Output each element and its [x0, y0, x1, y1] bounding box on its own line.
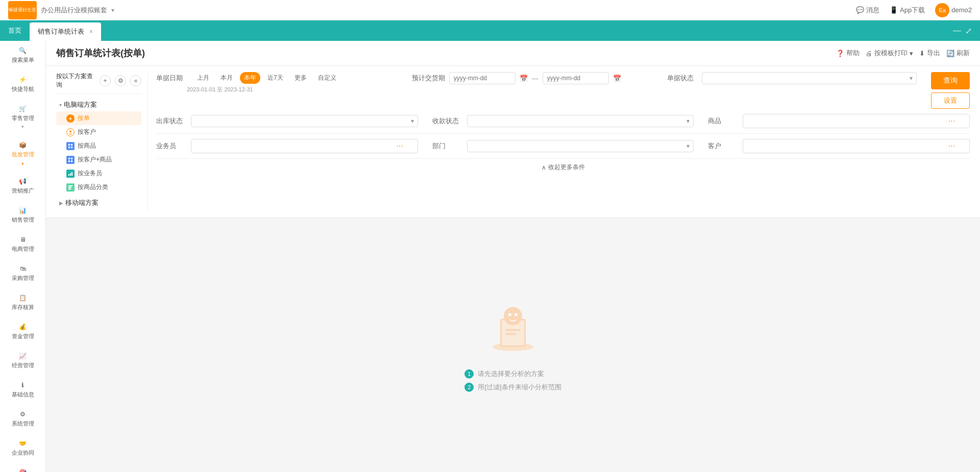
user-avatar[interactable]: Ea demo2 [935, 3, 972, 17]
customer-label: 客户 [708, 141, 739, 151]
nav-item-by-goods-category[interactable]: 按商品分类 [56, 180, 141, 194]
svg-rect-9 [68, 174, 69, 176]
tab-close-icon[interactable]: × [89, 28, 93, 35]
svg-rect-2 [71, 144, 72, 146]
sidebar-item-purchase[interactable]: 🛍 采购管理 [0, 259, 45, 288]
quick-nav-icon: ⚡ [19, 76, 27, 83]
desktop-section-header[interactable]: ▾ 电脑端方案 [56, 98, 141, 111]
refresh-button[interactable]: 🔄 刷新 [946, 49, 970, 58]
customer-dots-icon: ··· [948, 141, 955, 151]
status-select[interactable] [702, 72, 917, 84]
mobile-section-header[interactable]: ▶ 移动端方案 [56, 196, 141, 209]
sidebar-item-quicknav[interactable]: ⚡ 快捷导航 [0, 70, 45, 99]
date-btn-last-month[interactable]: 上月 [193, 72, 213, 84]
svg-rect-4 [71, 147, 72, 148]
date-btn-more[interactable]: 更多 [290, 72, 311, 84]
nav-item-by-customer[interactable]: 按客户 [56, 125, 141, 139]
print-button[interactable]: 🖨 按模板打印 ▾ [866, 49, 913, 58]
goods-input[interactable]: ··· [743, 114, 970, 128]
guide-icon: 🎯 [19, 469, 27, 472]
department-label: 部门 [432, 141, 463, 151]
department-select[interactable] [467, 140, 694, 152]
message-button[interactable]: 💬 消息 [856, 6, 879, 15]
svg-point-20 [514, 313, 518, 316]
date-btn-last-7days[interactable]: 近7天 [263, 72, 287, 84]
goods-label: 商品 [708, 116, 739, 126]
empty-illustration [482, 298, 544, 361]
date-btn-this-month[interactable]: 本月 [216, 72, 237, 84]
enterprise-icon: 🤝 [19, 440, 27, 447]
nav-collapse-button[interactable]: « [130, 75, 141, 86]
salesperson-input[interactable]: ··· [191, 139, 418, 153]
payment-label: 收款状态 [432, 116, 463, 126]
nav-settings-button[interactable]: ⚙ [115, 75, 126, 86]
date-btn-custom[interactable]: 自定义 [314, 72, 340, 84]
sales-icon: 📊 [19, 207, 27, 214]
nav-add-button[interactable]: + [100, 75, 111, 86]
sidebar-item-inventory[interactable]: 📋 库存核算 [0, 288, 45, 317]
finance-icon: 💰 [19, 323, 27, 331]
svg-rect-13 [68, 187, 71, 188]
sidebar-item-guide[interactable]: 🎯 新手引导 [0, 463, 45, 472]
export-button[interactable]: ⬇ 导出 [919, 49, 940, 58]
topbar-title: 办公用品行业模拟账套 [41, 6, 107, 15]
svg-rect-3 [68, 147, 70, 148]
nav-item-by-order[interactable]: ● 按单 [56, 111, 141, 125]
svg-point-19 [508, 313, 511, 316]
refresh-icon: 🔄 [946, 50, 954, 57]
tab-minimize-button[interactable]: — [953, 26, 961, 35]
ecommerce-icon: 🖥 [20, 236, 26, 243]
tab-active[interactable]: 销售订单统计表 × [30, 22, 101, 41]
collapse-button[interactable]: ∧ 收起更多条件 [542, 163, 585, 172]
date-btn-this-year[interactable]: 本年 [240, 72, 260, 84]
query-button[interactable]: 查询 [931, 72, 970, 89]
section-arrow-icon: ▾ [59, 102, 62, 108]
sidebar-item-search[interactable]: 🔍 搜索菜单 [0, 41, 45, 70]
topbar-dropdown-arrow[interactable]: ▾ [111, 7, 114, 14]
expected-date-start-input[interactable] [449, 72, 516, 84]
sidebar-item-retail[interactable]: 🛒 零售管理 ▾ [0, 99, 45, 135]
date-label: 单据日期 [156, 74, 187, 83]
svg-rect-22 [505, 333, 517, 335]
sidebar-item-system[interactable]: ⚙ 系统管理 [0, 405, 45, 434]
shipment-select[interactable] [191, 115, 418, 127]
sidebar-item-enterprise[interactable]: 🤝 企业协同 [0, 434, 45, 463]
empty-hint-1: 1 请先选择要分析的方案 [464, 369, 561, 379]
sidebar-item-finance[interactable]: 💰 资金管理 [0, 317, 45, 346]
nav-item-by-goods[interactable]: 按商品 [56, 139, 141, 153]
print-dropdown-icon: ▾ [910, 50, 913, 57]
wholesale-arrow-icon: ▴ [21, 160, 24, 166]
salesperson-label: 业务员 [156, 141, 187, 151]
svg-rect-6 [71, 158, 72, 159]
operations-icon: 📈 [19, 352, 27, 360]
sidebar-item-wholesale[interactable]: 📦 批发管理 ▴ [0, 135, 45, 172]
logo: 畅捷通好生意 [8, 1, 37, 19]
app-download-button[interactable]: 📱 App下载 [890, 6, 925, 15]
sidebar-item-sales[interactable]: 📊 销售管理 [0, 201, 45, 230]
expected-date-end-input[interactable] [543, 72, 609, 84]
download-icon: 📱 [890, 6, 898, 14]
sidebar-item-marketing[interactable]: 📢 营销推广 [0, 172, 45, 201]
empty-hint-2: 2 用[过滤]条件来缩小分析范围 [464, 383, 561, 392]
setting-button[interactable]: 设置 [931, 92, 970, 109]
sidebar-item-operations[interactable]: 📈 经营管理 [0, 346, 45, 375]
customer-input[interactable]: ··· [743, 139, 970, 153]
calendar-end-icon[interactable]: 📅 [613, 75, 621, 82]
sidebar-item-basic-info[interactable]: ℹ 基础信息 [0, 375, 45, 405]
sidebar-item-ecommerce[interactable]: 🖥 电商管理 [0, 230, 45, 259]
retail-arrow-icon: ▾ [21, 124, 24, 129]
status-label: 单据状态 [667, 74, 698, 83]
payment-select[interactable] [467, 115, 694, 127]
nav-item-by-customer-goods[interactable]: 按客户+商品 [56, 153, 141, 167]
calendar-start-icon[interactable]: 📅 [520, 75, 528, 82]
tab-home[interactable]: 首页 [0, 20, 30, 41]
help-button[interactable]: ❓ 帮助 [836, 49, 860, 58]
tab-maximize-button[interactable]: ⤢ [965, 26, 972, 36]
svg-rect-10 [70, 173, 71, 176]
basic-info-icon: ℹ [21, 382, 24, 389]
page-title: 销售订单统计表(按单) [56, 47, 145, 65]
svg-point-0 [69, 130, 71, 132]
goods-dots-icon: ··· [948, 116, 955, 126]
svg-rect-11 [71, 172, 72, 176]
nav-item-by-salesperson[interactable]: 按业务员 [56, 167, 141, 180]
